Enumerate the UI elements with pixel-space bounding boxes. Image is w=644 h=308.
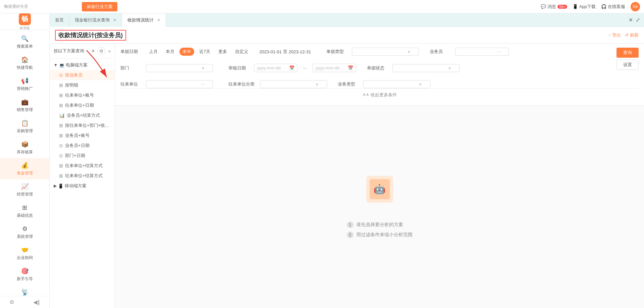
sidebar-item-search-menu[interactable]: 🔍 搜索菜单 bbox=[0, 32, 49, 53]
message-button[interactable]: 💬 消息 99+ bbox=[541, 4, 567, 10]
scheme-item-label: 按明细 bbox=[65, 82, 78, 88]
briefcase-icon: 💼 bbox=[21, 98, 29, 106]
pc-group-label: 电脑端方案 bbox=[66, 62, 88, 68]
scheme-item-by-detail[interactable]: ⊞ 按明细 bbox=[50, 80, 115, 90]
user-initial: Rit bbox=[633, 4, 638, 9]
collapse-sidebar-icon[interactable]: ◀‖ bbox=[33, 299, 40, 305]
scheme-collapse-icon[interactable]: « bbox=[108, 48, 111, 54]
scheme-item-unit-account[interactable]: ⊞ 往来单位+账号 bbox=[50, 90, 115, 100]
scheme-item-salesman-date[interactable]: ⊙ 业务员+日期 bbox=[50, 141, 115, 151]
scheme-header-label: 按以下方案查询 bbox=[54, 48, 89, 54]
trial-button[interactable]: 体验行业方案 bbox=[82, 2, 117, 11]
scheme-group-pc[interactable]: ▼ 💻 电脑端方案 bbox=[50, 60, 115, 70]
layout: 畅 标准版 🔍 搜索菜单 🏠 快捷导航 📢 营销推广 💼 销售管理 bbox=[0, 13, 644, 308]
sidebar-item-new-guide[interactable]: 🎯 新手引导 bbox=[0, 264, 49, 285]
counterpart-category-select[interactable]: ∨ bbox=[260, 80, 327, 88]
mobile-group-icon: 📱 bbox=[58, 184, 63, 189]
sidebar-item-finance[interactable]: 💰 资金管理 bbox=[0, 158, 49, 179]
sidebar-item-label: 资金管理 bbox=[17, 170, 33, 176]
date-btn-more[interactable]: 更多 bbox=[215, 48, 230, 56]
scheme-item-dept-date[interactable]: ⊙ 部门+日期 bbox=[50, 151, 115, 161]
scheme-item-unit-date[interactable]: ⊞ 往来单位+日期 bbox=[50, 100, 115, 110]
tab-home[interactable]: 首页 bbox=[50, 13, 69, 27]
scheme-item-salesman-account[interactable]: ⊞ 业务员+账号 bbox=[50, 131, 115, 141]
sidebar-item-system[interactable]: ⚙ 系统管理 bbox=[0, 222, 49, 243]
doc-status-chevron: ∨ bbox=[448, 66, 451, 70]
dept-date-icon: ⊙ bbox=[59, 153, 63, 158]
doc-status-select[interactable]: ∨ bbox=[392, 64, 460, 72]
online-service-label: 在线客服 bbox=[608, 4, 625, 10]
date-to: 2023-12-31 bbox=[289, 49, 311, 54]
sidebar-item-quick-nav[interactable]: 🏠 快捷导航 bbox=[0, 53, 49, 74]
scheme-list: ▼ 💻 电脑端方案 ⊙ 按业务员 ⊞ 按明细 bbox=[50, 59, 115, 308]
query-button[interactable]: 查询 bbox=[616, 48, 639, 58]
home-icon: 🏠 bbox=[21, 56, 29, 63]
settings-bottom-icon[interactable]: ⚙ bbox=[9, 299, 14, 305]
audit-date-from[interactable]: yyyy-mm-dd 📅 bbox=[254, 64, 298, 72]
doc-type-select[interactable]: ∨ bbox=[352, 48, 419, 56]
scheme-item-unit-dept-collect[interactable]: ⊞ 按往来单位+部门+收... bbox=[50, 120, 115, 131]
sidebar-item-marketing[interactable]: 📢 营销推广 bbox=[0, 74, 49, 95]
date-btn-7days[interactable]: 近7天 bbox=[196, 48, 213, 56]
pc-group-chevron: ▼ bbox=[54, 63, 58, 67]
sidebar-item-label: 系统管理 bbox=[17, 234, 33, 240]
empty-state-area: 🤖 1 请先选择要分析的方案 2 用过滤条件来缩小分析范围 bbox=[115, 106, 644, 308]
scheme-item-by-salesman[interactable]: ⊙ 按业务员 bbox=[50, 70, 115, 80]
online-service-button[interactable]: 🎧 在线客服 bbox=[601, 4, 625, 10]
tab-receipt-stats[interactable]: 收款情况统计 ✕ bbox=[122, 13, 166, 27]
collapse-filter-row[interactable]: ∧∧ 收起更多条件 bbox=[120, 88, 639, 101]
sidebar-bottom: ⚙ ◀‖ bbox=[0, 296, 49, 308]
tab-bank-flow[interactable]: 现金银行流水查询 ✕ bbox=[69, 13, 122, 27]
scheme-item-salesman-settle[interactable]: 📊 业务员+结算方式 bbox=[50, 110, 115, 120]
tab-close-all-icon[interactable]: ✕ bbox=[629, 17, 633, 23]
setting-button[interactable]: 设置 bbox=[616, 60, 639, 70]
scheme-gear-icon[interactable]: ⚙ bbox=[97, 47, 105, 55]
doc-status-label: 单据状态 bbox=[367, 65, 387, 71]
salesman-active-icon: ⊙ bbox=[59, 72, 63, 78]
export-label: 导出 bbox=[612, 32, 621, 38]
scheme-group-mobile[interactable]: ▶ 📱 移动端方案 bbox=[50, 181, 115, 191]
refresh-button[interactable]: ↺ 刷新 bbox=[625, 32, 639, 38]
counterpart-select[interactable]: ··· bbox=[146, 80, 213, 88]
counterpart-label: 往来单位 bbox=[120, 81, 141, 87]
collapse-label: 收起更多条件 bbox=[371, 92, 397, 98]
sidebar-item-label: 企业协同 bbox=[17, 255, 33, 261]
audit-date-to-placeholder: yyyy-mm-dd bbox=[316, 65, 339, 70]
scheme-add-icon[interactable]: + bbox=[92, 48, 95, 54]
user-avatar[interactable]: Rit bbox=[631, 2, 640, 11]
scheme-item-unit-settle2[interactable]: ⊞ 往来单位+结算方式 bbox=[50, 171, 115, 181]
scheme-item-unit-settle1[interactable]: ⊞ 往来单位+结算方式 bbox=[50, 161, 115, 171]
date-btn-last-month[interactable]: 上月 bbox=[146, 48, 161, 56]
salesman-more-icon[interactable]: ··· bbox=[497, 49, 500, 54]
top-header-right: 💬 消息 99+ 📱 App下载 🎧 在线客服 Rit bbox=[541, 2, 640, 11]
app-download-button[interactable]: 📱 App下载 bbox=[573, 4, 596, 10]
tab-receipt-stats-close[interactable]: ✕ bbox=[157, 18, 160, 22]
pc-group-items: ⊙ 按业务员 ⊞ 按明细 ⊞ 往来单位+账号 ⊞ bbox=[50, 70, 115, 181]
date-btn-custom[interactable]: 自定义 bbox=[232, 48, 251, 56]
sidebar-item-business[interactable]: 📈 经营管理 bbox=[0, 179, 49, 201]
sidebar-item-inventory[interactable]: 📦 库存核算 bbox=[0, 137, 49, 158]
export-button[interactable]: ↑ 导出 bbox=[609, 32, 621, 38]
robot-face-icon: 🤖 bbox=[370, 179, 390, 199]
date-btn-this-year[interactable]: 本年 bbox=[179, 48, 194, 56]
sidebar-item-basic[interactable]: ⊞ 基础信息 bbox=[0, 201, 49, 222]
sidebar-item-label: 销售管理 bbox=[17, 107, 33, 113]
clipboard-icon: 📋 bbox=[21, 119, 29, 127]
dept-select[interactable]: ∨ bbox=[146, 64, 213, 72]
collapse-up-icon: ∧∧ bbox=[363, 92, 369, 98]
audit-date-to[interactable]: yyyy-mm-dd 📅 bbox=[313, 64, 356, 72]
sidebar-item-smart-hw[interactable]: 📡 智能硬件 bbox=[0, 285, 49, 296]
scheme-item-label: 业务员+账号 bbox=[65, 133, 90, 139]
salesman-select[interactable]: ··· bbox=[455, 48, 509, 56]
tab-bank-flow-close[interactable]: ✕ bbox=[113, 18, 116, 22]
sidebar-item-purchase[interactable]: 📋 采购管理 bbox=[0, 116, 49, 137]
date-btn-this-month[interactable]: 本月 bbox=[163, 48, 177, 56]
sidebar-item-sales[interactable]: 💼 销售管理 bbox=[0, 95, 49, 116]
date-from: 2023-01-01 bbox=[259, 49, 282, 54]
counterpart-more-icon[interactable]: ··· bbox=[201, 82, 205, 87]
sidebar-item-label: 搜索菜单 bbox=[17, 44, 33, 49]
tab-expand-icon[interactable]: ⤢ bbox=[636, 17, 640, 23]
sidebar-item-corp-coop[interactable]: 🤝 企业协同 bbox=[0, 243, 49, 264]
tab-bank-flow-label: 现金银行流水查询 bbox=[75, 17, 110, 23]
biz-type-select[interactable]: ∨ bbox=[363, 80, 430, 88]
